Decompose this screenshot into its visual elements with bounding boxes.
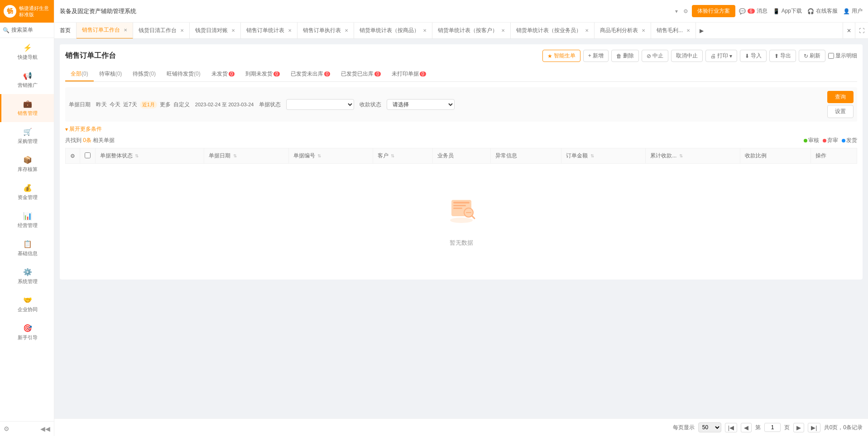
base-info-icon: 📋	[23, 240, 32, 248]
ship-action-btn[interactable]: 发货	[842, 137, 857, 144]
sort-collected-icon[interactable]: ⇅	[679, 153, 683, 158]
setting-btn[interactable]: 设置	[827, 105, 854, 118]
tab-sales-more[interactable]: 销售毛利... ✕	[651, 23, 696, 39]
dropdown-icon[interactable]: ▾	[675, 8, 678, 14]
config-icon[interactable]: ⚙	[70, 153, 75, 159]
select-all-checkbox[interactable]	[85, 152, 91, 158]
logo-icon: 畅	[4, 5, 16, 18]
tab-sales-sum-product[interactable]: 销货单统计表（按商品） ✕	[354, 23, 432, 39]
print-btn[interactable]: 🖨 打印 ▾	[705, 50, 737, 62]
sidebar-item-newbie[interactable]: 🎯 新手引导	[0, 318, 54, 346]
status-select[interactable]	[286, 99, 354, 110]
first-page-btn[interactable]: |◀	[725, 423, 737, 432]
date-opt-7days[interactable]: 近7天	[123, 101, 137, 109]
sidebar-item-purchase[interactable]: 🛒 采购管理	[0, 122, 54, 150]
tab-sales-exec[interactable]: 销售订单执行表 ✕	[297, 23, 354, 39]
sub-tab-not-printed[interactable]: 未打印单据0	[386, 67, 432, 81]
date-opt-yesterday[interactable]: 昨天	[96, 101, 107, 109]
tab-close-sum-product[interactable]: ✕	[423, 28, 427, 33]
pagination-bar: 每页显示 10 20 50 100 |◀ ◀ 第 页 ▶ ▶| 共0页，0条记录	[54, 418, 868, 436]
tab-close-sales-exec[interactable]: ✕	[345, 28, 348, 33]
sort-amount-icon[interactable]: ⇅	[590, 153, 594, 158]
tab-close-sales-workbench[interactable]: ✕	[124, 28, 127, 33]
next-page-btn[interactable]: ▶	[793, 423, 804, 432]
date-opt-more[interactable]: 更多	[160, 101, 171, 109]
review-action-btn[interactable]: 审核	[804, 137, 819, 144]
sidebar-item-system[interactable]: ⚙️ 系统管理	[0, 262, 54, 290]
tab-sales-sum-customer[interactable]: 销货单统计表（按客户） ✕	[432, 23, 511, 39]
show-detail-checkbox[interactable]	[828, 53, 834, 59]
cancel-review-action-btn[interactable]: 弃审	[823, 137, 838, 144]
tab-sales-workbench[interactable]: 销售订单工作台 ✕	[77, 23, 133, 39]
refresh-btn[interactable]: ↻ 刷新	[799, 50, 825, 62]
date-opt-custom[interactable]: 自定义	[173, 101, 190, 109]
payment-select[interactable]: 请选择	[387, 99, 455, 110]
tab-cash-reconcile[interactable]: 钱货日清对账 ✕	[190, 23, 241, 39]
prev-page-btn[interactable]: ◀	[741, 423, 752, 432]
sort-customer-icon[interactable]: ⇅	[391, 153, 394, 158]
smart-create-btn[interactable]: ★ 智能生单	[542, 50, 580, 62]
tab-close-sum-customer[interactable]: ✕	[501, 28, 505, 33]
tab-fullscreen-btn[interactable]: ⛶	[855, 23, 868, 39]
sidebar-item-base-info[interactable]: 📋 基础信息	[0, 234, 54, 262]
sidebar-item-enterprise[interactable]: 🤝 企业协同	[0, 290, 54, 318]
sub-tab-pending-inspect[interactable]: 待拣货(0)	[127, 67, 161, 81]
message-btn[interactable]: 💬 6 消息	[739, 7, 767, 15]
sidebar-item-inventory[interactable]: 📦 库存核算	[0, 150, 54, 178]
sort-status-icon[interactable]: ⇅	[135, 153, 139, 158]
sub-tab-wangpu[interactable]: 旺铺待发货(0)	[161, 67, 206, 81]
svg-line-7	[472, 216, 475, 218]
tab-home[interactable]: 首页	[54, 23, 77, 39]
user-btn[interactable]: 👤 用户	[843, 7, 863, 15]
date-opt-1month[interactable]: 近1月	[140, 101, 157, 109]
tab-close-product-profit[interactable]: ✕	[642, 28, 645, 33]
sub-tab-overdue-not-shipped[interactable]: 到期未发货0	[240, 67, 285, 81]
tab-sales-stats[interactable]: 销售订单统计表 ✕	[241, 23, 297, 39]
sort-number-icon[interactable]: ⇅	[317, 153, 321, 158]
sub-tab-all[interactable]: 全部(0)	[65, 67, 94, 81]
last-page-btn[interactable]: ▶|	[808, 423, 820, 432]
sidebar-item-quick-nav[interactable]: ⚡ 快捷导航	[0, 38, 54, 66]
page-input[interactable]	[764, 423, 781, 432]
tab-close-sales-stats[interactable]: ✕	[288, 28, 292, 33]
tab-product-profit[interactable]: 商品毛利分析表 ✕	[595, 23, 651, 39]
stop-btn[interactable]: ⊘ 中止	[642, 50, 668, 62]
delete-btn[interactable]: 🗑 删除	[611, 50, 639, 62]
sub-tab-shipped-not-out[interactable]: 已发货未出库0	[285, 67, 336, 81]
tab-close-all-btn[interactable]: ✕	[843, 23, 855, 39]
sub-tab-pending-review[interactable]: 待审核(0)	[94, 67, 128, 81]
sidebar-item-marketing[interactable]: 📢 营销推广	[0, 66, 54, 94]
tab-close-cash-reconcile[interactable]: ✕	[231, 28, 235, 33]
sub-tab-not-shipped[interactable]: 未发货0	[206, 67, 240, 81]
page-title-row: 销售订单工作台 ★ 智能生单 + 新增 🗑 删除 ⊘ 中止 取消	[65, 50, 857, 62]
add-btn[interactable]: + 新增	[583, 50, 609, 62]
sidebar-item-search[interactable]: 🔍 搜索菜单	[0, 23, 54, 38]
tab-close-sales-more[interactable]: ✕	[686, 28, 690, 33]
export-btn[interactable]: ⬆ 导出	[769, 50, 796, 62]
sub-tab-shipped-out[interactable]: 已发货已出库0	[336, 67, 386, 81]
tab-sales-sum-staff[interactable]: 销货单统计表（按业务员） ✕	[511, 23, 595, 39]
online-service-btn[interactable]: 🎧 在线客服	[807, 7, 838, 15]
page-size-select[interactable]: 10 20 50 100	[698, 422, 721, 432]
col-staff: 业务员	[432, 148, 491, 164]
cancel-stop-btn[interactable]: 取消中止	[671, 50, 703, 62]
experience-btn[interactable]: 体验行业方案	[692, 5, 735, 17]
tab-close-cash-daily[interactable]: ✕	[180, 28, 184, 33]
expand-filter-btn[interactable]: ▾ 展开更多条件	[65, 125, 857, 133]
date-range-display: 2023-02-24 至 2023-03-24	[195, 101, 254, 108]
sidebar-item-operations[interactable]: 📊 经营管理	[0, 206, 54, 234]
settings-gear-icon[interactable]: ⚙	[4, 425, 10, 432]
collapse-sidebar-btn[interactable]: ◀◀	[40, 425, 50, 432]
settings-icon[interactable]: ⚙	[683, 8, 688, 14]
tab-close-sum-staff[interactable]: ✕	[585, 28, 589, 33]
tab-more-btn[interactable]: ▶	[696, 23, 707, 39]
sidebar-item-sales[interactable]: 💼 销售管理	[0, 94, 54, 122]
col-date: 单据日期 ⇅	[204, 148, 288, 164]
import-btn[interactable]: ⬇ 导入	[740, 50, 767, 62]
sort-date-icon[interactable]: ⇅	[233, 153, 237, 158]
app-download-btn[interactable]: 📱 App下载	[773, 7, 802, 15]
sidebar-item-finance[interactable]: 💰 资金管理	[0, 178, 54, 206]
date-opt-today[interactable]: 今天	[110, 101, 120, 109]
tab-cash-daily[interactable]: 钱货日清工作台 ✕	[133, 23, 190, 39]
query-btn[interactable]: 查询	[827, 91, 854, 103]
